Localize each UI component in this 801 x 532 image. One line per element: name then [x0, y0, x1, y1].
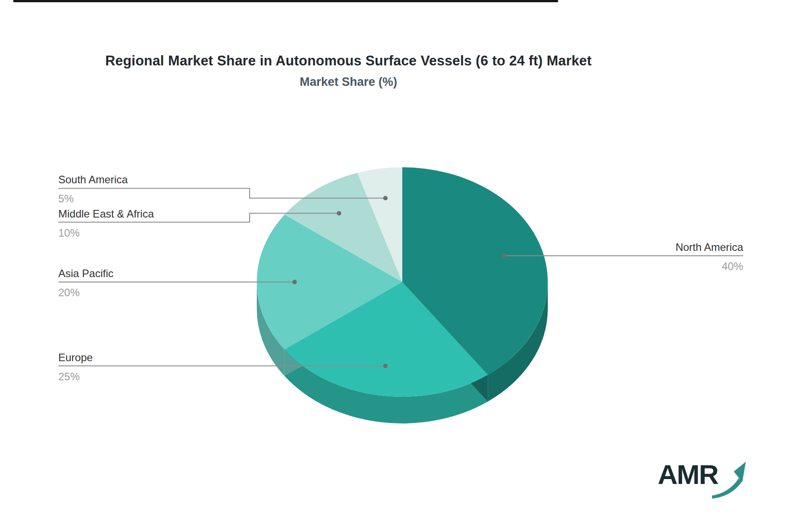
slice-value-asia-pacific: 20% — [58, 286, 80, 298]
slice-value-europe: 25% — [58, 371, 80, 383]
amr-logo: AMR — [658, 461, 756, 501]
slice-label-asia-pacific: Asia Pacific — [58, 267, 113, 279]
chart-canvas: Regional Market Share in Autonomous Surf… — [0, 0, 801, 532]
slice-label-europe: Europe — [58, 351, 93, 363]
logo-arrow-icon — [712, 459, 748, 500]
slice-value-south-america: 5% — [58, 193, 74, 205]
leader-dot-middle-east-africa — [337, 211, 341, 216]
amr-logo-text: AMR — [658, 461, 718, 488]
pie-chart: North America40%Europe25%Asia Pacific20%… — [0, 0, 801, 532]
slice-value-middle-east-africa: 10% — [58, 227, 80, 239]
slice-value-north-america: 40% — [722, 260, 743, 272]
slice-label-south-america: South America — [58, 173, 128, 185]
leader-dot-asia-pacific — [292, 280, 297, 284]
leader-dot-south-america — [383, 196, 388, 200]
leader-dot-north-america — [502, 254, 507, 258]
slice-label-north-america: North America — [676, 241, 744, 253]
leader-dot-europe — [383, 364, 388, 368]
slice-label-middle-east-africa: Middle East & Africa — [58, 208, 154, 220]
